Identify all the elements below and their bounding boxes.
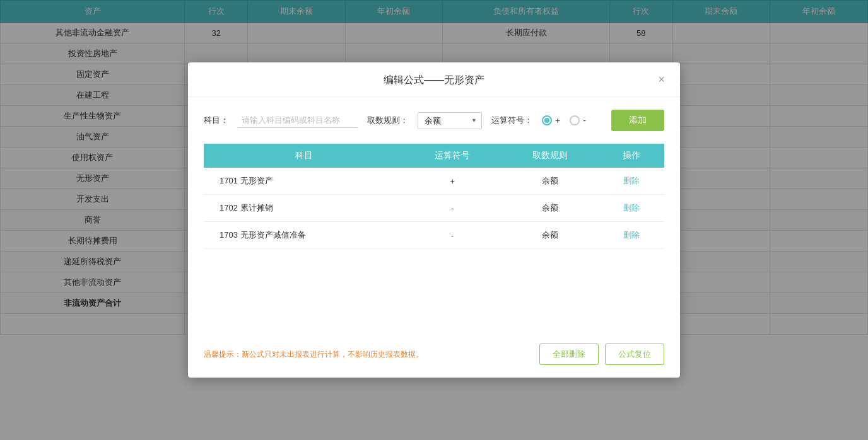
- delete-all-button[interactable]: 全部删除: [539, 344, 599, 365]
- cell-rule: 余额: [501, 168, 598, 195]
- reset-formula-button[interactable]: 公式复位: [605, 344, 664, 365]
- radio-group: + -: [542, 115, 586, 125]
- cell-action: 删除: [599, 222, 664, 249]
- form-row: 科目： 取数规则： 余额 借方发生额 贷方发生额 运算符号： +: [204, 110, 664, 131]
- delete-row-button[interactable]: 删除: [623, 202, 640, 214]
- cell-action: 删除: [599, 168, 664, 195]
- radio-plus[interactable]: +: [542, 115, 560, 125]
- radio-plus-label: +: [555, 115, 560, 125]
- table-header-row: 科目 运算符号 取数规则 操作: [204, 144, 664, 168]
- footer-buttons: 全部删除 公式复位: [539, 344, 664, 365]
- cell-subject: 1702 累计摊销: [204, 195, 404, 222]
- footer-hint: 温馨提示：新公式只对未出报表进行计算，不影响历史报表数据。: [204, 349, 423, 360]
- delete-row-button[interactable]: 删除: [623, 229, 640, 241]
- rule-label: 取数规则：: [367, 115, 408, 126]
- rule-select[interactable]: 余额 借方发生额 贷方发生额: [418, 112, 482, 129]
- formula-table: 科目 运算符号 取数规则 操作 1701 无形资产 + 余额 删除 1702 累…: [204, 144, 664, 249]
- radio-minus-circle: [570, 115, 580, 125]
- cell-operator: +: [404, 168, 501, 195]
- operator-label: 运算符号：: [491, 115, 532, 126]
- subject-input[interactable]: [238, 113, 358, 128]
- col-header-action: 操作: [599, 144, 664, 168]
- table-row: 1701 无形资产 + 余额 删除: [204, 168, 664, 195]
- table-row: 1702 累计摊销 - 余额 删除: [204, 195, 664, 222]
- radio-minus-label: -: [583, 115, 586, 125]
- radio-plus-circle: [542, 115, 552, 125]
- cell-rule: 余额: [501, 195, 598, 222]
- cell-rule: 余额: [501, 222, 598, 249]
- radio-minus[interactable]: -: [570, 115, 586, 125]
- modal-dialog: 编辑公式——无形资产 × 科目： 取数规则： 余额 借方发生额 贷方发生额 运算…: [188, 62, 680, 378]
- modal-body: 科目： 取数规则： 余额 借方发生额 贷方发生额 运算符号： +: [188, 97, 680, 334]
- col-header-rule: 取数规则: [501, 144, 598, 168]
- table-row: 1703 无形资产减值准备 - 余额 删除: [204, 222, 664, 249]
- cell-operator: -: [404, 222, 501, 249]
- add-button[interactable]: 添加: [611, 110, 664, 131]
- col-header-operator: 运算符号: [404, 144, 501, 168]
- modal-overlay: 编辑公式——无形资产 × 科目： 取数规则： 余额 借方发生额 贷方发生额 运算…: [0, 0, 868, 440]
- cell-subject: 1701 无形资产: [204, 168, 404, 195]
- modal-footer: 温馨提示：新公式只对未出报表进行计算，不影响历史报表数据。 全部删除 公式复位: [188, 334, 680, 378]
- rule-select-wrapper: 余额 借方发生额 贷方发生额: [418, 112, 482, 129]
- modal-header: 编辑公式——无形资产 ×: [188, 62, 680, 97]
- subject-label: 科目：: [204, 115, 228, 126]
- cell-operator: -: [404, 195, 501, 222]
- cell-action: 删除: [599, 195, 664, 222]
- delete-row-button[interactable]: 删除: [623, 175, 640, 187]
- col-header-subject: 科目: [204, 144, 404, 168]
- modal-close-button[interactable]: ×: [654, 72, 669, 86]
- modal-title: 编辑公式——无形资产: [384, 74, 484, 87]
- cell-subject: 1703 无形资产减值准备: [204, 222, 404, 249]
